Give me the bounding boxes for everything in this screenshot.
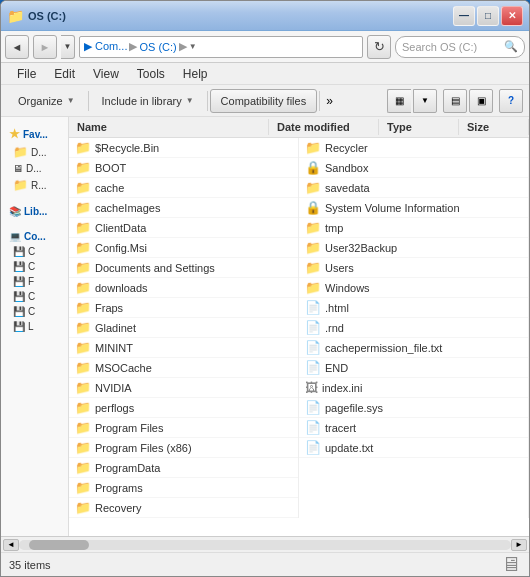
list-item[interactable]: 📁 $Recycle.Bin <box>69 138 298 158</box>
computer-section[interactable]: 💻 Co... <box>1 227 68 244</box>
nav-dropdown[interactable]: ▼ <box>61 35 75 59</box>
title-bar-left: 📁 OS (C:) <box>7 8 66 24</box>
folder-icon: 📁 <box>13 178 28 192</box>
list-item[interactable]: 📁 Users <box>299 258 528 278</box>
nav-item-drive-c2[interactable]: 💾 C <box>1 259 68 274</box>
view-details-button[interactable]: ▤ <box>443 89 467 113</box>
path-separator-1: ▶ <box>129 40 137 53</box>
scroll-left-button[interactable]: ◄ <box>3 539 19 551</box>
list-item[interactable]: 📄 .html <box>299 298 528 318</box>
list-item[interactable]: 📁 cacheImages <box>69 198 298 218</box>
address-bar: ◄ ► ▼ ▶ Com... ▶ OS (C:) ▶ ▼ ↻ Search OS… <box>1 31 529 63</box>
list-item[interactable]: 📁 Recycler <box>299 138 528 158</box>
menu-help[interactable]: Help <box>175 65 216 83</box>
list-item[interactable]: 📁 Documents and Settings <box>69 258 298 278</box>
refresh-button[interactable]: ↻ <box>367 35 391 59</box>
list-item[interactable]: 📄 update.txt <box>299 438 528 458</box>
path-part-2[interactable]: OS (C:) <box>139 41 176 53</box>
view-preview-button[interactable]: ▣ <box>469 89 493 113</box>
nav-item-drive-c4[interactable]: 💾 C <box>1 304 68 319</box>
path-part-1[interactable]: ▶ Com... <box>84 40 127 53</box>
list-item[interactable]: 📁 Fraps <box>69 298 298 318</box>
nav-item-recent[interactable]: 📁 R... <box>1 176 68 194</box>
list-item[interactable]: 📁 Program Files (x86) <box>69 438 298 458</box>
menu-view[interactable]: View <box>85 65 127 83</box>
list-item[interactable]: 📁 ClientData <box>69 218 298 238</box>
list-item[interactable]: 🖼 index.ini <box>299 378 528 398</box>
organize-button[interactable]: Organize ▼ <box>7 88 86 114</box>
list-item[interactable]: 📁 cache <box>69 178 298 198</box>
nav-item-desktop2[interactable]: 🖥 D... <box>1 161 68 176</box>
file-icon: 📄 <box>305 440 321 455</box>
list-item[interactable]: 📁 BOOT <box>69 158 298 178</box>
header-name[interactable]: Name <box>69 119 269 135</box>
list-item[interactable]: 📁 NVIDIA <box>69 378 298 398</box>
list-item[interactable]: 📁 tmp <box>299 218 528 238</box>
list-item[interactable]: 📁 User32Backup <box>299 238 528 258</box>
address-path[interactable]: ▶ Com... ▶ OS (C:) ▶ ▼ <box>79 36 363 58</box>
file-name: NVIDIA <box>95 382 132 394</box>
list-item[interactable]: 📄 cachepermission_file.txt <box>299 338 528 358</box>
list-item[interactable]: 📄 tracert <box>299 418 528 438</box>
compatibility-files-button[interactable]: Compatibility files <box>210 89 318 113</box>
header-date[interactable]: Date modified <box>269 119 379 135</box>
toolbar: Organize ▼ Include in library ▼ Compatib… <box>1 85 529 117</box>
nav-item-drive-f[interactable]: 💾 F <box>1 274 68 289</box>
more-options-icon[interactable]: » <box>322 94 337 108</box>
close-button[interactable]: ✕ <box>501 6 523 26</box>
list-item[interactable]: 🔒 System Volume Information <box>299 198 528 218</box>
view-dropdown-button[interactable]: ▼ <box>413 89 437 113</box>
file-icon: 📁 <box>305 220 321 235</box>
include-library-button[interactable]: Include in library ▼ <box>91 88 205 114</box>
libraries-section[interactable]: 📚 Lib... <box>1 202 68 219</box>
file-icon: 🔒 <box>305 160 321 175</box>
list-item[interactable]: 📁 downloads <box>69 278 298 298</box>
list-item[interactable]: 📁 Gladinet <box>69 318 298 338</box>
list-item[interactable]: 📁 ProgramData <box>69 458 298 478</box>
file-icon: 📄 <box>305 340 321 355</box>
nav-item-drive-c1[interactable]: 💾 C <box>1 244 68 259</box>
list-item[interactable]: 📁 MININT <box>69 338 298 358</box>
minimize-button[interactable]: — <box>453 6 475 26</box>
search-box[interactable]: Search OS (C:) 🔍 <box>395 36 525 58</box>
list-item[interactable]: 📄 pagefile.sys <box>299 398 528 418</box>
favorites-section[interactable]: ★ Fav... <box>1 123 68 143</box>
header-size[interactable]: Size <box>459 119 529 135</box>
nav-item-drive-l[interactable]: 💾 L <box>1 319 68 334</box>
nav-label: R... <box>31 180 47 191</box>
menu-edit[interactable]: Edit <box>46 65 83 83</box>
list-item[interactable]: 📁 Programs <box>69 478 298 498</box>
header-type[interactable]: Type <box>379 119 459 135</box>
view-tiles-button[interactable]: ▦ <box>387 89 411 113</box>
back-button[interactable]: ◄ <box>5 35 29 59</box>
path-dropdown[interactable]: ▼ <box>189 42 197 51</box>
nav-item-desktop1[interactable]: 📁 D... <box>1 143 68 161</box>
file-name: User32Backup <box>325 242 397 254</box>
list-item[interactable]: 📁 Config.Msi <box>69 238 298 258</box>
list-item[interactable]: 📁 perflogs <box>69 398 298 418</box>
list-item[interactable]: 📄 END <box>299 358 528 378</box>
list-item[interactable]: 📁 Recovery <box>69 498 298 518</box>
file-icon: 📁 <box>75 400 91 415</box>
list-item[interactable]: 🔒 Sandbox <box>299 158 528 178</box>
nav-item-drive-c3[interactable]: 💾 C <box>1 289 68 304</box>
help-button[interactable]: ? <box>499 89 523 113</box>
scrollbar-thumb[interactable] <box>29 540 89 550</box>
list-item[interactable]: 📁 savedata <box>299 178 528 198</box>
list-item[interactable]: 📄 .rnd <box>299 318 528 338</box>
file-icon: 📁 <box>75 200 91 215</box>
computer-icon: 💻 <box>9 231 21 242</box>
menu-file[interactable]: File <box>9 65 44 83</box>
list-item[interactable]: 📁 MSOCache <box>69 358 298 378</box>
menu-bar: File Edit View Tools Help <box>1 63 529 85</box>
list-item[interactable]: 📁 Windows <box>299 278 528 298</box>
star-icon: ★ <box>9 127 20 141</box>
file-icon: 📄 <box>305 420 321 435</box>
scroll-right-button[interactable]: ► <box>511 539 527 551</box>
forward-button[interactable]: ► <box>33 35 57 59</box>
file-name: $Recycle.Bin <box>95 142 159 154</box>
list-item[interactable]: 📁 Program Files <box>69 418 298 438</box>
maximize-button[interactable]: □ <box>477 6 499 26</box>
file-icon: 📁 <box>75 360 91 375</box>
menu-tools[interactable]: Tools <box>129 65 173 83</box>
